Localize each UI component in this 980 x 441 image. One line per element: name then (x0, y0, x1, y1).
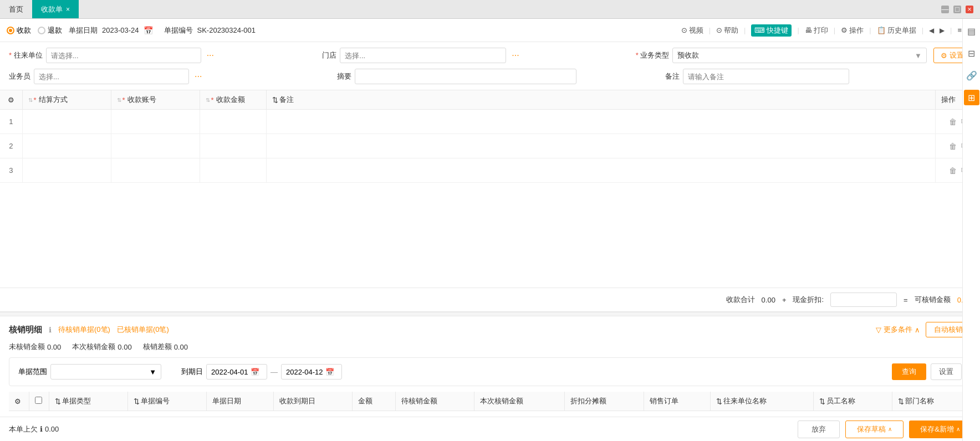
main-container: 收款 退款 单据日期 2023-03-24 📅 单据编号 SK-20230324… (0, 19, 980, 441)
video-action[interactable]: ⊙ 视频 (681, 25, 703, 35)
layout1-button[interactable]: ≡ (957, 26, 962, 34)
radio-receipt-dot (7, 27, 14, 34)
staff-more-button[interactable]: ··· (195, 71, 202, 81)
row-2-account[interactable] (111, 134, 200, 158)
window-minimize-button[interactable]: — (941, 6, 949, 13)
sidebar-expand-icon[interactable]: ⊞ (964, 90, 979, 105)
partner-input[interactable] (46, 48, 201, 63)
form-row-1: 往来单位 ··· 门店 ··· 业务类型 预收款 ▼ ⚙ 设置 (9, 48, 971, 63)
bottom-col-partner: ⇅ 往来单位名称 (711, 392, 813, 411)
biz-type-arrow: ▼ (915, 52, 922, 60)
stat-value: 0.00 (45, 425, 59, 433)
summary-field: 摘要 (337, 69, 643, 84)
window-maximize-button[interactable]: □ (953, 6, 961, 13)
row-3-remark[interactable] (266, 158, 936, 183)
form-area: 往来单位 ··· 门店 ··· 业务类型 预收款 ▼ ⚙ 设置 (0, 42, 980, 90)
row-1-account[interactable] (111, 110, 200, 134)
staff-label: 业务员 (9, 71, 30, 81)
video-icon: ⊙ (681, 26, 687, 34)
range-select[interactable]: ▼ (50, 364, 161, 380)
row-3-settlement[interactable] (22, 158, 111, 183)
row-3-delete-icon[interactable]: 🗑 (949, 166, 957, 175)
sidebar-table-icon[interactable]: ▤ (964, 23, 979, 39)
chevron-up-icon: ∧ (915, 326, 920, 334)
window-close-button[interactable]: × (966, 6, 973, 13)
remark-input[interactable] (683, 69, 849, 84)
table-header-row: ⚙ ⇅ * 结算方式 ⇅ * 收款账号 (0, 90, 980, 110)
bottom-col-discount-label: 折扣分摊额 (570, 397, 606, 405)
row-2-amount[interactable] (200, 134, 266, 158)
radio-receipt[interactable]: 收款 (7, 25, 31, 35)
row-2-remark[interactable] (266, 134, 936, 158)
row-1-amount[interactable] (200, 110, 266, 134)
table-row: 2 🗑 ⧉ (0, 134, 980, 158)
done-tab-button[interactable]: 已核销单据(0笔) (117, 325, 169, 335)
due-date-from[interactable]: 2022-04-01 📅 (206, 364, 267, 380)
next-button[interactable]: ▶ (940, 27, 945, 34)
help-action[interactable]: ⊙ 帮助 (716, 25, 738, 35)
reconcile-settings-button[interactable]: 设置 (931, 363, 962, 380)
shop-more-button[interactable]: ··· (512, 50, 519, 60)
bottom-col-amount-label: 金额 (358, 397, 372, 405)
list-layout-icon: ≡ (957, 26, 962, 34)
range-label: 单据范围 (18, 367, 47, 377)
row-2-settlement[interactable] (22, 134, 111, 158)
radio-refund[interactable]: 退款 (38, 25, 62, 35)
tab-current-label: 收款单 (41, 4, 63, 14)
row-3-amount[interactable] (200, 158, 266, 183)
discount-label: 现金折扣: (793, 295, 824, 305)
pending-tab-button[interactable]: 待核销单据(0笔) (58, 325, 110, 335)
calendar-icon[interactable]: 📅 (144, 26, 153, 35)
due-date-from-calendar-icon: 📅 (251, 368, 259, 376)
print-action[interactable]: 🖶 打印 (805, 25, 828, 35)
query-button[interactable]: 查询 (892, 363, 926, 380)
abandon-button[interactable]: 放弃 (798, 421, 840, 438)
col-settings-header[interactable]: ⚙ (0, 90, 22, 110)
unchecked-label: 未核销金额 (9, 342, 45, 352)
summary-input[interactable] (355, 69, 576, 84)
partner-more-button[interactable]: ··· (207, 50, 214, 60)
save-draft-button[interactable]: 保存草稿 ∧ (845, 421, 904, 438)
prev-button[interactable]: ◀ (929, 27, 934, 34)
total-label: 收款合计 (726, 295, 755, 305)
diff-value: 0.00 (174, 343, 188, 351)
staff-input[interactable] (34, 69, 189, 84)
sidebar-list-icon[interactable]: ⊟ (964, 45, 979, 61)
history-action[interactable]: 📋 历史单据 (877, 25, 916, 35)
tab-active[interactable]: 收款单 × (32, 0, 79, 18)
shortcut-action[interactable]: ⌨ 快捷键 (751, 24, 792, 37)
operate-action[interactable]: ⚙ 操作 (841, 25, 864, 35)
col-remark-label: 备注 (279, 95, 294, 105)
bottom-col-doc-date: 单据日期 (206, 392, 273, 411)
filter-row: 单据范围 ▼ 到期日 2022-04-01 📅 — 2022-04-12 📅 (9, 357, 971, 386)
tab-home[interactable]: 首页 (0, 0, 32, 18)
discount-input[interactable] (830, 293, 897, 307)
select-all-checkbox[interactable] (35, 397, 42, 404)
sort-amount-icon: ⇅ (206, 98, 210, 102)
row-num-1: 1 (0, 110, 22, 134)
diff-label: 核销差额 (143, 342, 172, 352)
reconcile-info-icon[interactable]: ℹ (49, 326, 52, 334)
doc-info: 单据日期 2023-03-24 📅 单据编号 SK-20230324-001 (69, 25, 675, 35)
bottom-col-settings[interactable]: ⚙ (9, 392, 29, 411)
shop-input[interactable] (340, 48, 506, 63)
more-filter-button[interactable]: ▽ 更多条件 ∧ (876, 325, 920, 335)
row-1-settlement[interactable] (22, 110, 111, 134)
due-date-to[interactable]: 2022-04-12 📅 (281, 364, 342, 380)
row-1-delete-icon[interactable]: 🗑 (949, 117, 957, 126)
bottom-col-doc-num: ⇅ 单据编号 (127, 392, 206, 411)
operate-icon: ⚙ (841, 26, 848, 34)
biz-type-select[interactable]: 预收款 ▼ (672, 48, 927, 63)
row-1-remark[interactable] (266, 110, 936, 134)
radio-receipt-label: 收款 (17, 25, 31, 35)
total-value: 0.00 (762, 296, 775, 304)
more-filter-label: 更多条件 (884, 325, 912, 335)
tab-close-icon[interactable]: × (66, 6, 70, 13)
bottom-col-check[interactable] (29, 392, 49, 411)
shop-field: 门店 ··· (322, 48, 613, 63)
stat-info-icon[interactable]: ℹ (40, 425, 43, 433)
form-row-2: 业务员 ··· 摘要 备注 (9, 69, 971, 84)
row-3-account[interactable] (111, 158, 200, 183)
row-2-delete-icon[interactable]: 🗑 (949, 142, 957, 151)
sidebar-link-icon[interactable]: 🔗 (964, 68, 979, 83)
